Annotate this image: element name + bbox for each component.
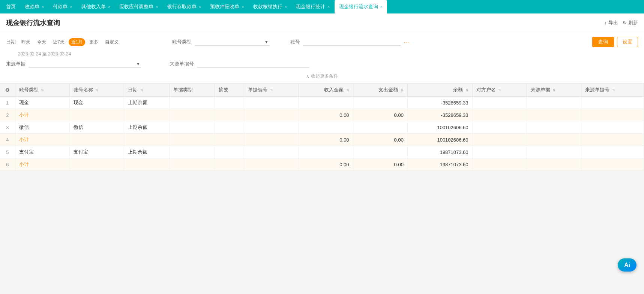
col-doc-no-label: 单据编号	[248, 87, 267, 93]
col-doc-no[interactable]: 单据编号 ⇅	[244, 84, 299, 97]
account-filter-group: 账号 ···	[290, 38, 409, 46]
cell-summary	[215, 134, 244, 146]
col-doc-type-label: 单据类型	[173, 87, 193, 93]
sort-icon-source-doc-no: ⇅	[612, 88, 615, 92]
cell-doc-type	[170, 97, 215, 109]
col-balance[interactable]: 余额 ⇅	[407, 84, 472, 97]
account-type-filter-group: 账号类型 ▾	[172, 38, 269, 46]
cell-balance: 100102606.60	[407, 121, 472, 134]
table-row[interactable]: 3 微信 微信 上期余额 100102606.60	[0, 121, 644, 134]
nav-other-income-label: 其他收入单	[81, 0, 106, 13]
nav-home[interactable]: 首页	[2, 0, 20, 13]
date-1month[interactable]: 近1月	[69, 38, 86, 46]
table-row[interactable]: 2 小计 0.00 0.00 -3528659.33	[0, 109, 644, 121]
col-doc-type[interactable]: 单据类型	[170, 84, 215, 97]
export-label: 导出	[608, 19, 618, 26]
nav-bank-deposit-close[interactable]: ×	[199, 0, 201, 13]
col-source-doc-no[interactable]: 来源单据号 ⇅	[581, 84, 644, 97]
nav-verify-close[interactable]: ×	[285, 0, 287, 13]
nav-payments[interactable]: 付款单 ×	[48, 0, 77, 13]
cell-doc-no	[244, 97, 299, 109]
table-row[interactable]: 1 现金 现金 上期余额 -3528659.33	[0, 97, 644, 109]
cell-counterparty	[472, 158, 527, 171]
cell-account-type: 小计	[15, 134, 69, 146]
export-button[interactable]: ↑ 导出	[605, 19, 618, 26]
source-doc-filter-group: 来源单据 ▾	[6, 60, 141, 68]
nav-bank-flow-close[interactable]: ×	[380, 0, 383, 13]
nav-receipts[interactable]: 收款单 ×	[20, 0, 48, 13]
cell-date	[124, 158, 170, 171]
data-table-container: ⚙ 账号类型 ⇅ 账号名称 ⇅ 日期 ⇅ 单据类型	[0, 84, 644, 171]
nav-other-income-close[interactable]: ×	[108, 0, 110, 13]
date-more[interactable]: 更多	[87, 38, 101, 46]
nav-bank-deposit-label: 银行存取款单	[167, 0, 197, 13]
account-ellipsis-button[interactable]: ···	[404, 39, 409, 45]
cell-source-doc-no	[581, 121, 644, 134]
nav-other-income[interactable]: 其他收入单 ×	[77, 0, 115, 13]
col-settings[interactable]: ⚙	[0, 84, 15, 97]
cell-balance: 19871073.60	[407, 158, 472, 171]
sort-icon-source-doc: ⇅	[552, 88, 555, 92]
nav-prepay[interactable]: 预收冲应收单 ×	[206, 0, 248, 13]
nav-payments-close[interactable]: ×	[70, 0, 72, 13]
settings-button[interactable]: 设置	[617, 37, 638, 47]
date-today[interactable]: 今天	[35, 38, 49, 46]
cell-income	[299, 146, 353, 158]
refresh-button[interactable]: ↻ 刷新	[623, 19, 638, 26]
account-type-select[interactable]: ▾	[195, 38, 269, 46]
col-expense[interactable]: 支出金额 ⇅	[353, 84, 407, 97]
cell-source-doc	[527, 158, 581, 171]
nav-receipts-label: 收款单	[25, 0, 39, 13]
nav-verify[interactable]: 收款核销执行 ×	[249, 0, 291, 13]
nav-adjustment[interactable]: 应收应付调整单 ×	[115, 0, 162, 13]
gear-icon[interactable]: ⚙	[5, 87, 10, 93]
nav-bank-stats[interactable]: 现金银行统计 ×	[291, 0, 334, 13]
col-income[interactable]: 收入金额 ⇅	[299, 84, 353, 97]
cell-date	[124, 109, 170, 121]
col-account-type[interactable]: 账号类型 ⇅	[15, 84, 69, 97]
table-row[interactable]: 6 小计 0.00 0.00 19871073.60	[0, 158, 644, 171]
table-row[interactable]: 5 支付宝 支付宝 上期余额 19871073.60	[0, 146, 644, 158]
source-doc-chevron-icon: ▾	[137, 61, 140, 67]
nav-bank-stats-close[interactable]: ×	[327, 0, 330, 13]
date-filter-group: 日期 昨天 今天 近7天 近1月 更多 自定义	[6, 38, 121, 46]
cell-doc-no	[244, 134, 299, 146]
cell-date: 上期余额	[124, 146, 170, 158]
source-doc-select[interactable]: ▾	[29, 60, 141, 68]
cell-date: 上期余额	[124, 97, 170, 109]
query-button[interactable]: 查询	[592, 37, 614, 47]
date-filter-label: 日期	[6, 39, 16, 45]
nav-bank-flow[interactable]: 现金银行流水查询 ×	[335, 0, 387, 13]
export-icon: ↑	[605, 20, 607, 25]
account-label: 账号	[290, 39, 300, 45]
cell-no: 1	[0, 97, 15, 109]
nav-bank-deposit[interactable]: 银行存取款单 ×	[163, 0, 206, 13]
nav-receipts-close[interactable]: ×	[42, 0, 44, 13]
date-custom[interactable]: 自定义	[102, 38, 121, 46]
sort-icon-account-type: ⇅	[41, 88, 44, 92]
cell-source-doc-no	[581, 146, 644, 158]
col-account-name[interactable]: 账号名称 ⇅	[69, 84, 124, 97]
cell-summary	[215, 158, 244, 171]
nav-adjustment-close[interactable]: ×	[156, 0, 158, 13]
collapse-bar[interactable]: ∧ 收起更多条件	[6, 72, 638, 80]
account-type-cell: 现金	[19, 100, 29, 105]
cell-account-name	[69, 158, 124, 171]
cell-expense	[353, 121, 407, 134]
account-input[interactable]	[303, 38, 401, 46]
account-type-label: 账号类型	[172, 39, 192, 45]
cell-balance: -3528659.33	[407, 109, 472, 121]
table-row[interactable]: 4 小计 0.00 0.00 100102606.60	[0, 134, 644, 146]
col-counterparty[interactable]: 对方户名 ⇅	[472, 84, 527, 97]
cell-account-type: 支付宝	[15, 146, 69, 158]
date-yesterday[interactable]: 昨天	[19, 38, 33, 46]
col-summary[interactable]: 摘要	[215, 84, 244, 97]
source-doc-no-input[interactable]	[197, 60, 309, 68]
cell-source-doc-no	[581, 109, 644, 121]
sort-icon-date: ⇅	[140, 88, 143, 92]
subtotal-label: 小计	[19, 161, 29, 167]
col-date[interactable]: 日期 ⇅	[124, 84, 170, 97]
date-7days[interactable]: 近7天	[50, 38, 67, 46]
nav-prepay-close[interactable]: ×	[242, 0, 244, 13]
col-source-doc[interactable]: 来源单据 ⇅	[527, 84, 581, 97]
